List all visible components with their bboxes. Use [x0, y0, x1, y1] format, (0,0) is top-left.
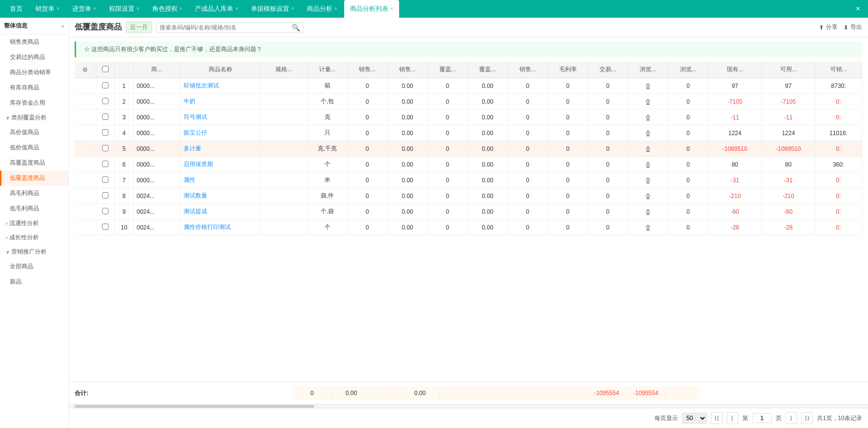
- first-page-button[interactable]: ⟨⟨: [711, 412, 723, 424]
- sidebar-group-circulation[interactable]: › 流通性分析: [0, 216, 68, 230]
- sidebar-item-all-goods[interactable]: 全部商品: [0, 259, 68, 274]
- sidebar-collapse-icon[interactable]: «: [61, 23, 64, 29]
- period-button[interactable]: 近一月: [126, 22, 152, 33]
- sidebar-item-low-value[interactable]: 低价值商品: [0, 140, 68, 155]
- row-current-stock-7: -210: [708, 188, 761, 204]
- sidebar-group-growth[interactable]: › 成长性分析: [0, 230, 68, 245]
- row-browse1-7[interactable]: 0: [628, 188, 668, 204]
- sidebar-item-has-stock[interactable]: 有库存商品: [0, 80, 68, 95]
- close-tab-role[interactable]: ×: [180, 0, 183, 18]
- select-all-checkbox[interactable]: [102, 66, 108, 72]
- sidebar-group-marketing[interactable]: ∨ 营销推广分析: [0, 245, 68, 259]
- close-tab-permissions[interactable]: ×: [136, 0, 139, 18]
- table-row: 2 0000... 牛奶 个,包 0 0.00 0 0.00 0 0 0 0 0…: [75, 94, 862, 110]
- tab-sales[interactable]: 销货单 ×: [29, 0, 65, 18]
- row-checkbox-0[interactable]: [96, 78, 115, 94]
- prev-page-button[interactable]: ⟨: [727, 412, 738, 424]
- export-button[interactable]: ⬇ 导出: [843, 23, 862, 31]
- row-name-6[interactable]: 属性: [180, 172, 260, 188]
- row-name-9[interactable]: 属性价格打印测试: [180, 220, 260, 235]
- tab-template[interactable]: 单据模板设置 ×: [245, 0, 300, 18]
- sidebar-item-sales-goods[interactable]: 销售类商品: [0, 34, 68, 50]
- row-browse1-5[interactable]: 0: [628, 157, 668, 172]
- row-code-4: 0000...: [134, 141, 180, 157]
- tab-purchase[interactable]: 进货单 ×: [66, 0, 102, 18]
- row-browse1-3[interactable]: 0: [628, 125, 668, 141]
- footer-current-stock: -1095554: [587, 386, 626, 400]
- close-tab-product-entry[interactable]: ×: [235, 0, 238, 18]
- row-name-2[interactable]: 符号测试: [180, 110, 260, 125]
- row-settings-6: [75, 172, 96, 188]
- next-page-button[interactable]: ⟩: [786, 412, 797, 424]
- page-size-select[interactable]: 50 20 100 200: [682, 413, 707, 424]
- row-sellable-7: 0:: [815, 188, 862, 204]
- row-sales-qty-4: 0: [347, 141, 387, 157]
- tab-permissions[interactable]: 权限设置 ×: [103, 0, 145, 18]
- row-name-1[interactable]: 牛奶: [180, 94, 260, 110]
- row-name-4[interactable]: 多计量: [180, 141, 260, 157]
- close-tab-analysis[interactable]: ×: [334, 0, 337, 18]
- row-name-8[interactable]: 测试提成: [180, 204, 260, 220]
- col-sales-detail-header: 销售...: [508, 61, 548, 78]
- row-browse1-9[interactable]: 0: [628, 220, 668, 235]
- close-tab-analysis-list[interactable]: ×: [390, 0, 393, 18]
- close-tab-sales[interactable]: ×: [56, 0, 59, 18]
- row-checkbox-2[interactable]: [96, 110, 115, 125]
- tab-analysis[interactable]: 商品分析 ×: [301, 0, 343, 18]
- row-browse1-2[interactable]: 0: [628, 110, 668, 125]
- row-checkbox-6[interactable]: [96, 172, 115, 188]
- sidebar-item-high-profit[interactable]: 高毛利商品: [0, 186, 68, 201]
- row-browse1-1[interactable]: 0: [628, 94, 668, 110]
- sidebar-group-coverage[interactable]: ∨ 类别覆盖分析: [0, 111, 68, 125]
- sidebar-item-traded-goods[interactable]: 交易过的商品: [0, 50, 68, 65]
- row-name-3[interactable]: 眼宝公仔: [180, 125, 260, 141]
- row-browse1-8[interactable]: 0: [628, 204, 668, 220]
- row-browse1-6[interactable]: 0: [628, 172, 668, 188]
- table-row: 7 0000... 属性 米 0 0.00 0 0.00 0 0 0 0 0 -…: [75, 172, 862, 188]
- sidebar-item-stock-fund[interactable]: 库存资金占用: [0, 95, 68, 111]
- row-name-7[interactable]: 测试数量: [180, 188, 260, 204]
- row-browse1-4[interactable]: 0: [628, 141, 668, 157]
- row-coverage2-8: 0.00: [467, 204, 508, 220]
- sidebar-item-new-goods[interactable]: 新品: [0, 274, 68, 289]
- sidebar-item-low-profit[interactable]: 低毛利商品: [0, 201, 68, 216]
- row-name-5[interactable]: 启用保质期: [180, 157, 260, 172]
- row-available-1: -7105: [761, 94, 815, 110]
- sidebar-header-label: 整体信息: [4, 22, 27, 30]
- row-sales-detail-7: 0: [508, 188, 548, 204]
- footer-sales-qty: 0: [293, 386, 332, 400]
- row-checkbox-4[interactable]: [96, 141, 115, 157]
- sidebar-item-high-value[interactable]: 高价值商品: [0, 125, 68, 140]
- row-coverage2-6: 0.00: [467, 172, 508, 188]
- search-input[interactable]: [160, 24, 290, 31]
- close-tab-purchase[interactable]: ×: [93, 0, 96, 18]
- row-browse1-0[interactable]: 0: [628, 78, 668, 94]
- sidebar-item-high-coverage[interactable]: 高覆盖度商品: [0, 155, 68, 171]
- row-checkbox-8[interactable]: [96, 204, 115, 220]
- close-tab-template[interactable]: ×: [291, 0, 294, 18]
- tab-product-entry[interactable]: 产成品入库单 ×: [189, 0, 244, 18]
- row-settings-1: [75, 94, 96, 110]
- search-icon[interactable]: 🔍: [292, 24, 300, 31]
- row-checkbox-1[interactable]: [96, 94, 115, 110]
- col-trade-header: 交易...: [588, 61, 628, 78]
- sidebar-item-low-coverage[interactable]: 低覆盖度商品: [0, 171, 68, 186]
- row-name-0[interactable]: 旺铺批次测试: [180, 78, 260, 94]
- tab-role[interactable]: 角色授权 ×: [146, 0, 189, 18]
- row-spec-4: [260, 141, 307, 157]
- tab-home[interactable]: 首页: [4, 0, 28, 18]
- row-checkbox-5[interactable]: [96, 157, 115, 172]
- row-trade-9: 0: [588, 220, 628, 235]
- share-button[interactable]: ⬆ 分享: [819, 23, 838, 31]
- close-all-tabs-button[interactable]: ×: [852, 4, 864, 13]
- row-checkbox-7[interactable]: [96, 188, 115, 204]
- sidebar-item-category-rate[interactable]: 商品分类动销率: [0, 65, 68, 80]
- last-page-button[interactable]: ⟩⟩: [801, 412, 813, 424]
- tab-analysis-list[interactable]: 商品分析列表 ×: [344, 0, 399, 18]
- row-checkbox-3[interactable]: [96, 125, 115, 141]
- row-coverage1-4: 0: [428, 141, 468, 157]
- col-settings[interactable]: ⚙: [75, 61, 96, 78]
- row-checkbox-9[interactable]: [96, 220, 115, 235]
- current-page-input[interactable]: [752, 413, 772, 423]
- row-gross-margin-1: 0: [548, 94, 588, 110]
